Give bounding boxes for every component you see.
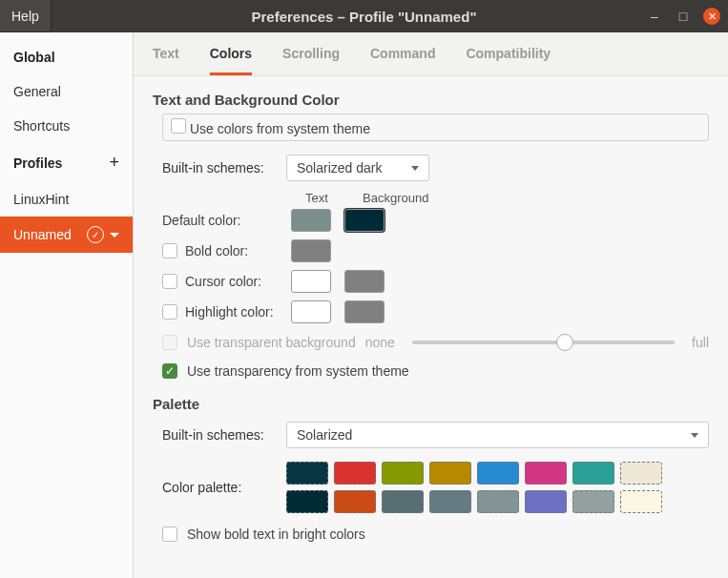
sidebar-head-global: Global [0,40,133,74]
close-button[interactable]: ✕ [703,8,720,25]
palette-swatch-1-1[interactable] [334,490,376,513]
palette-swatch-1-5[interactable] [525,490,567,513]
slider-none-label: none [365,335,395,350]
palette-swatch-0-3[interactable] [429,462,471,485]
slider-full-label: full [692,335,709,350]
cursor-text-color-swatch[interactable] [291,270,331,293]
tab-scrolling[interactable]: Scrolling [282,46,340,75]
builtin-schemes-select[interactable]: Solarized dark [286,155,429,181]
highlight-bg-color-swatch[interactable] [344,300,385,323]
palette-swatch-0-2[interactable] [382,462,424,485]
builtin-schemes-label: Built-in schemes: [162,160,277,175]
palette-builtin-select[interactable]: Solarized [286,422,709,448]
palette-swatch-1-6[interactable] [572,490,614,513]
show-bold-bright-label: Show bold text in bright colors [187,526,365,542]
window-controls: – □ ✕ [646,8,720,25]
sidebar: Global General Shortcuts Profiles + Linu… [0,32,134,578]
tab-command[interactable]: Command [370,46,435,75]
bold-color-checkbox[interactable] [162,243,177,258]
highlight-text-color-swatch[interactable] [291,300,331,323]
palette-swatch-1-3[interactable] [429,490,471,513]
tab-text[interactable]: Text [153,46,179,75]
use-system-colors-label: Use colors from system theme [190,121,370,136]
transparent-bg-label: Use transparent background [187,335,356,350]
titlebar: Help Preferences – Profile "Unnamed" – □… [0,0,728,32]
palette-swatch-0-5[interactable] [525,462,567,485]
show-bold-bright-checkbox[interactable] [162,526,177,542]
use-system-colors-row[interactable]: Use colors from system theme [162,114,709,141]
palette-swatch-0-1[interactable] [334,462,376,485]
palette-builtin-label: Built-in schemes: [162,427,277,443]
sidebar-head-profiles: Profiles + [0,143,133,182]
window-title: Preferences – Profile "Unnamed" [252,9,477,25]
sidebar-profile-unnamed[interactable]: Unnamed ✓ [0,217,133,253]
palette-swatch-0-0[interactable] [286,462,328,485]
default-color-label: Default color: [162,213,240,228]
default-text-color-swatch[interactable] [291,209,331,232]
sidebar-profile-linuxhint[interactable]: LinuxHint [0,182,133,217]
cursor-bg-color-swatch[interactable] [344,270,385,293]
builtin-schemes-value: Solarized dark [297,160,383,175]
transparent-bg-checkbox [162,335,177,350]
palette-swatch-0-6[interactable] [572,462,614,485]
add-profile-icon[interactable]: + [109,153,119,173]
profile-unnamed-label: Unnamed [13,227,72,242]
palette-builtin-value: Solarized [297,427,352,443]
help-menu[interactable]: Help [0,0,52,32]
color-palette-label: Color palette: [162,480,277,495]
palette-grid [286,462,662,513]
col-header-text: Text [305,191,345,205]
tab-colors[interactable]: Colors [210,46,252,75]
highlight-color-label: Highlight color: [185,304,274,320]
default-bg-color-swatch[interactable] [344,209,385,232]
dropdown-arrow-icon [691,433,698,438]
palette-swatch-0-7[interactable] [620,462,662,485]
content-area: Text Colors Scrolling Command Compatibil… [134,32,728,578]
dropdown-arrow-icon [411,166,419,171]
section-text-bg-title: Text and Background Color [153,92,709,108]
palette-swatch-1-4[interactable] [477,490,519,513]
transparency-theme-checkbox[interactable]: ✓ [162,363,177,379]
profile-menu-arrow-icon[interactable] [110,233,119,237]
bold-text-color-swatch[interactable] [291,239,331,262]
sidebar-item-shortcuts[interactable]: Shortcuts [0,109,133,143]
tab-compatibility[interactable]: Compatibility [466,46,551,75]
profiles-label: Profiles [13,155,62,171]
transparency-theme-label: Use transparency from system theme [187,363,409,379]
maximize-button[interactable]: □ [675,8,692,25]
active-profile-check-icon[interactable]: ✓ [87,226,104,243]
col-header-background: Background [363,191,428,205]
cursor-color-label: Cursor color: [185,274,261,289]
sidebar-item-general[interactable]: General [0,74,133,109]
tab-bar: Text Colors Scrolling Command Compatibil… [134,32,728,76]
minimize-button[interactable]: – [646,8,663,25]
transparency-slider [412,341,675,344]
cursor-color-checkbox[interactable] [162,274,177,289]
use-system-colors-checkbox[interactable] [171,118,186,134]
slider-thumb [556,334,573,351]
palette-swatch-1-2[interactable] [382,490,424,513]
section-palette-title: Palette [153,396,709,412]
bold-color-label: Bold color: [185,243,248,258]
palette-swatch-0-4[interactable] [477,462,519,485]
color-column-headers: Text Background [305,191,709,205]
palette-swatch-1-0[interactable] [286,490,328,513]
highlight-color-checkbox[interactable] [162,304,177,320]
palette-swatch-1-7[interactable] [620,490,662,513]
